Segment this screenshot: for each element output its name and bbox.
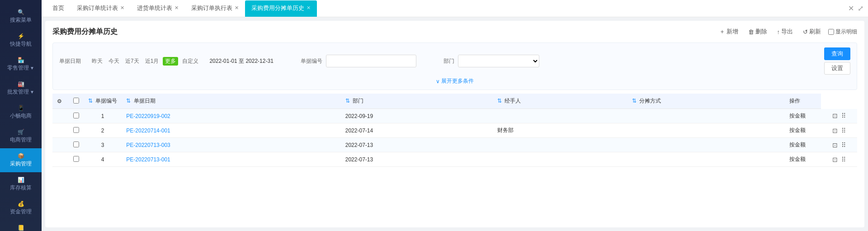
tab-purchase-order-exec-label: 采购订单执行表: [191, 4, 232, 12]
export-icon: ↑: [777, 28, 780, 35]
accounting-icon: 📒: [18, 225, 24, 231]
row-num: 4: [84, 152, 122, 167]
row-docdate: 2022-07-13: [341, 152, 493, 167]
row-checkbox[interactable]: [73, 127, 79, 133]
main-content: 首页 采购订单统计表 ✕ 进货单统计表 ✕ 采购订单执行表 ✕ 采购费用分摊单历…: [42, 0, 868, 231]
add-label: 新增: [726, 28, 738, 36]
sidebar-item-ecommerce-label: 电商管理: [2, 136, 39, 144]
row-dept: [493, 109, 627, 123]
row-docdate: 2022-07-14: [341, 123, 493, 138]
shortcut-custom[interactable]: 自定义: [180, 57, 200, 66]
edit-icon[interactable]: ⊡: [832, 112, 838, 119]
sort-handler-icon[interactable]: ⇅: [497, 98, 502, 104]
expand-more-button[interactable]: ∨ 展开更多条件: [436, 77, 474, 85]
row-checkbox-cell: [69, 109, 84, 123]
sidebar-item-search[interactable]: 🔍 搜索菜单: [0, 5, 42, 28]
row-docno: PE-20220714-001: [122, 123, 340, 138]
row-checkbox-cell: [69, 138, 84, 152]
sidebar-item-ecommerce[interactable]: 🛒 电商管理: [0, 124, 42, 148]
sort-dept-icon[interactable]: ⇅: [345, 98, 350, 104]
date-range-display: 2022-01-01 至 2022-12-31: [209, 57, 273, 65]
col-docdate-header: ⇅ 单据日期: [122, 94, 340, 109]
tab-incoming-stats-close[interactable]: ✕: [175, 5, 179, 11]
tab-purchase-order-exec-close[interactable]: ✕: [235, 5, 239, 11]
gear-icon[interactable]: ⚙: [57, 98, 62, 104]
select-all-checkbox[interactable]: [73, 98, 79, 104]
docno-link[interactable]: PE-20220919-002: [126, 113, 170, 119]
tab-purchase-order-stats-close[interactable]: ✕: [120, 5, 124, 11]
tab-purchase-order-exec[interactable]: 采购订单执行表 ✕: [185, 0, 245, 17]
dept-select[interactable]: [458, 55, 539, 67]
more-icon[interactable]: ⠿: [841, 127, 846, 134]
more-icon[interactable]: ⠿: [841, 112, 846, 119]
sidebar-item-inventory[interactable]: 📊 库存核算: [0, 172, 42, 196]
sidebar-item-finance[interactable]: 💰 资金管理: [0, 196, 42, 220]
row-checkbox[interactable]: [73, 141, 79, 147]
sidebar-item-mini[interactable]: 📱 小畅电商: [0, 100, 42, 124]
shortcut-7days[interactable]: 近7天: [123, 57, 141, 66]
delete-button[interactable]: 🗑 删除: [745, 26, 770, 37]
page-title: 采购费用分摊单历史: [52, 27, 118, 37]
settings-button[interactable]: 设置: [824, 62, 850, 75]
expand-label: 展开更多条件: [441, 77, 474, 85]
row-dept: 财务部: [493, 123, 627, 138]
shortcut-more[interactable]: 更多: [163, 57, 178, 66]
sidebar-item-purchase[interactable]: 📦 采购管理: [0, 148, 42, 172]
row-checkbox[interactable]: [73, 156, 79, 162]
edit-icon[interactable]: ⊡: [832, 141, 838, 149]
row-checkbox[interactable]: [73, 113, 79, 118]
sidebar-item-retail[interactable]: 🏪 零售管理▼: [0, 52, 42, 76]
col-dept-header: ⇅ 部门: [341, 94, 493, 109]
page-area: 采购费用分摊单历史 ＋ 新增 🗑 删除 ↑ 导出 ↺ 刷新: [45, 21, 864, 227]
show-cols-button[interactable]: 显示明细: [828, 28, 857, 36]
edit-icon[interactable]: ⊡: [832, 156, 838, 163]
query-button[interactable]: 查询: [824, 47, 850, 60]
sort-splitmethod-icon[interactable]: ⇅: [632, 98, 637, 104]
ecommerce-icon: 🛒: [18, 129, 24, 135]
col-splitmethod-header: ⇅ 分摊方式: [627, 94, 785, 109]
more-icon[interactable]: ⠿: [841, 156, 846, 163]
sidebar-item-mini-label: 小畅电商: [2, 112, 39, 120]
row-num: 3: [84, 138, 122, 152]
row-dept: [493, 138, 627, 152]
tab-purchase-cost-history-close[interactable]: ✕: [307, 5, 311, 11]
tab-purchase-cost-history[interactable]: 采购费用分摊单历史 ✕: [245, 0, 317, 17]
show-cols-label: 显示明细: [835, 28, 857, 36]
row-actions: ⊡ ⠿: [821, 123, 857, 138]
sidebar-item-wholesale[interactable]: 🏭 批发管理▼: [0, 76, 42, 100]
tab-home[interactable]: 首页: [46, 0, 71, 17]
dept-filter-group: 部门: [443, 55, 539, 67]
sort-docno-icon[interactable]: ⇅: [88, 98, 93, 104]
export-button[interactable]: ↑ 导出: [774, 26, 796, 37]
quicknav-icon: ⚡: [18, 33, 24, 39]
toolbar: ＋ 新增 🗑 删除 ↑ 导出 ↺ 刷新 显示明细: [717, 26, 858, 37]
tab-purchase-order-stats[interactable]: 采购订单统计表 ✕: [71, 0, 131, 17]
show-cols-checkbox[interactable]: [828, 29, 834, 35]
refresh-button[interactable]: ↺ 刷新: [800, 26, 824, 37]
row-actions: ⊡ ⠿: [821, 138, 857, 152]
maximize-window-icon[interactable]: ⤢: [858, 4, 863, 13]
row-splitmethod: 按金额: [785, 109, 821, 123]
shortcut-yesterday[interactable]: 昨天: [90, 57, 104, 66]
add-button[interactable]: ＋ 新增: [717, 26, 741, 37]
close-window-icon[interactable]: ✕: [848, 4, 854, 13]
tab-home-label: 首页: [52, 4, 64, 12]
table-wrapper: ⚙ ⇅ 单据编号 ⇅ 单据日期: [52, 94, 857, 222]
docno-link[interactable]: PE-20220713-001: [126, 156, 170, 163]
dept-filter-label: 部门: [443, 57, 454, 65]
docno-link[interactable]: PE-20220713-003: [126, 142, 170, 148]
sort-docdate-icon[interactable]: ⇅: [126, 98, 131, 104]
docno-input[interactable]: [326, 55, 416, 67]
date-shortcuts: 昨天 今天 近7天 近1月 更多 自定义: [90, 57, 200, 66]
shortcut-1month[interactable]: 近1月: [143, 57, 161, 66]
tab-incoming-stats[interactable]: 进货单统计表 ✕: [131, 0, 185, 17]
tab-bar-actions: ✕ ⤢: [848, 4, 863, 13]
row-docdate: 2022-07-13: [341, 138, 493, 152]
sidebar-item-accounting[interactable]: 📒 总账管理: [0, 220, 42, 231]
row-handler: [627, 109, 785, 123]
sidebar-item-quicknav[interactable]: ⚡ 快捷导航: [0, 28, 42, 52]
shortcut-today[interactable]: 今天: [107, 57, 121, 66]
docno-link[interactable]: PE-20220714-001: [126, 127, 170, 134]
edit-icon[interactable]: ⊡: [832, 127, 838, 134]
more-icon[interactable]: ⠿: [841, 141, 846, 149]
